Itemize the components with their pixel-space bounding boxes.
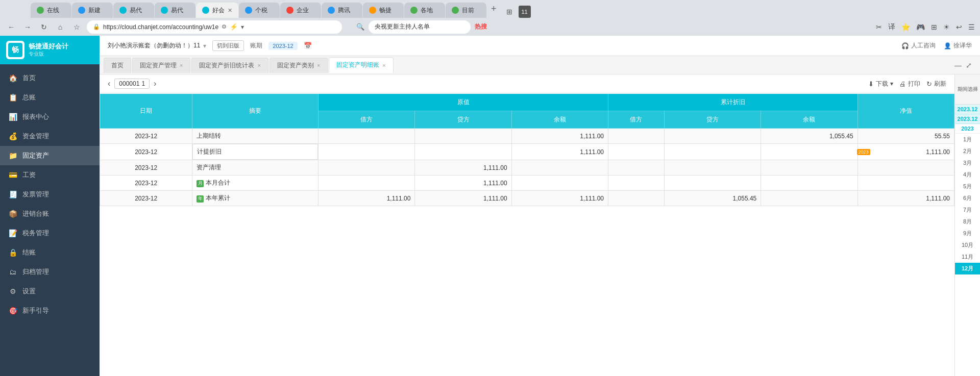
company-dropdown-icon[interactable]: ▾ [203,42,206,49]
url-bar[interactable]: 🔒 https://cloud.chanjet.com/accounting/u… [87,20,342,34]
back-button[interactable]: ← [5,21,17,33]
switch-version-button[interactable]: 切到旧版 [212,40,244,51]
sidebar-item-closing[interactable]: 🔒 结账 [0,243,100,262]
tab-home[interactable]: 首页 [104,58,131,73]
tab-fixed-mgmt-close[interactable]: × [180,62,183,68]
forward-button[interactable]: → [21,21,34,33]
cell-net-3 [857,160,954,176]
tab-icon-changjie [369,7,376,14]
help-label: 人工咨询 [911,41,936,50]
period-month-11[interactable]: 11月 [955,251,980,263]
period-month-9[interactable]: 9月 [955,228,980,239]
search-bar[interactable]: 央视更新主持人名单 [369,20,471,34]
tab-add-button[interactable]: + [487,4,501,14]
tab-detail-close[interactable]: × [382,62,385,68]
user-action[interactable]: 👤 徐译华 [944,41,972,50]
home-button[interactable]: ⌂ [54,21,66,33]
tab-detail-ledger[interactable]: 固定资产明细账 × [329,57,393,73]
prev-asset-button[interactable]: ‹ [108,79,110,88]
bookmark-button[interactable]: ☆ [70,21,83,33]
sidebar-label-archive: 归档管理 [22,267,49,277]
tab-label-muqian: 目前 [462,6,474,15]
url-lightning-icon[interactable]: ⚡ [230,23,238,31]
refresh-button[interactable]: ↻ [38,21,50,33]
sidebar-item-report[interactable]: 📊 报表中心 [0,107,100,127]
period-month-12[interactable]: 12月 [955,263,980,274]
undo-icon[interactable]: ↩ [956,23,962,31]
tab-category[interactable]: 固定资产类别 × [270,58,328,73]
sidebar-label-wage: 工资 [22,170,36,180]
brightness-icon[interactable]: ☀ [943,23,950,31]
download-dropdown-icon[interactable]: ▾ [890,80,893,87]
grid-icon[interactable]: ⊞ [931,23,937,31]
translate-icon[interactable]: 译 [888,22,895,32]
hot-search-label[interactable]: 热搜 [475,22,487,31]
period-month-1[interactable]: 1月 [955,134,980,145]
period-selector-header: 期间选择 [955,74,980,105]
fixed-asset-icon: 📁 [8,151,17,160]
gamepad-icon[interactable]: 🎮 [916,23,925,31]
tab-muqian[interactable]: 目前 [446,3,486,18]
th-original-value: 原值 [318,94,608,111]
period-month-6[interactable]: 6月 [955,192,980,204]
maximize-window-icon[interactable]: ⤢ [966,61,972,69]
ledger-table: 日期 摘要 原值 累计折旧 净值 借方 贷方 余额 借方 [100,93,954,206]
refresh-button[interactable]: ↻ 刷新 [926,80,946,88]
help-action[interactable]: 🎧 人工咨询 [901,41,936,50]
period-year-2023-12-bottom[interactable]: 2023.12 [955,114,980,124]
minimize-window-icon[interactable]: — [954,61,962,69]
tab-label-yidai1: 易代 [130,6,142,15]
tab-xinjian[interactable]: 新建 [72,3,113,18]
company-selector[interactable]: 刘小艳演示账套（勿删勿动！）11 ▾ [108,41,206,50]
sidebar-item-wage[interactable]: 💳 工资 [0,165,100,185]
tab-geshui[interactable]: 个税 [239,3,280,18]
scissors-icon[interactable]: ✂ [876,23,882,31]
tab-depreciation-close[interactable]: × [257,62,260,68]
tab-gedi[interactable]: 各地 [404,3,445,18]
sidebar-item-archive[interactable]: 🗂 归档管理 [0,262,100,282]
period-month-5[interactable]: 5月 [955,181,980,192]
sidebar-item-home[interactable]: 🏠 首页 [0,68,100,88]
menu-icon[interactable]: ☰ [968,23,975,31]
tab-fixed-mgmt[interactable]: 固定资产管理 × [132,58,190,73]
tab-depreciation[interactable]: 固定资产折旧统计表 × [191,58,268,73]
tab-depreciation-label: 固定资产折旧统计表 [199,61,254,70]
star-icon[interactable]: ⭐ [901,23,910,31]
tab-changjie[interactable]: 畅捷 [363,3,404,18]
sidebar-item-inventory[interactable]: 📦 进销台账 [0,204,100,223]
tab-zaixian[interactable]: 在线 [31,3,71,18]
tab-tengxun[interactable]: 腾讯 [322,3,362,18]
sidebar-item-guide[interactable]: 🎯 新手引导 [0,301,100,320]
sidebar-item-ledger[interactable]: 📋 总账 [0,88,100,107]
tab-close-haohui[interactable]: ✕ [228,7,232,14]
tab-yidai1[interactable]: 易代 [113,3,154,18]
download-button[interactable]: ⬇ 下载 ▾ [868,80,893,88]
home-icon: 🏠 [8,73,17,83]
url-dropdown-icon[interactable]: ▾ [241,23,244,31]
sidebar-item-fixed[interactable]: 📁 固定资产 [0,146,100,165]
sidebar-item-fund[interactable]: 💰 资金管理 [0,127,100,146]
period-year-2023-12-top[interactable]: 2023.12 [955,105,980,114]
calendar-icon[interactable]: 📅 [304,42,312,49]
period-month-3[interactable]: 3月 [955,157,980,169]
tab-category-close[interactable]: × [317,62,320,68]
sidebar-label-report: 报表中心 [22,112,49,121]
sidebar-item-settings[interactable]: ⚙ 设置 [0,282,100,301]
next-asset-button[interactable]: › [154,79,156,88]
sidebar-item-invoice[interactable]: 🧾 发票管理 [0,185,100,204]
sidebar-label-fund: 资金管理 [22,132,49,141]
cell-orig-debit-1 [318,129,415,144]
period-month-7[interactable]: 7月 [955,204,980,216]
period-month-10[interactable]: 10月 [955,239,980,251]
print-button[interactable]: 🖨 打印 [899,80,920,88]
sidebar-item-tax[interactable]: 📝 税务管理 [0,223,100,243]
new-tab-icon[interactable]: ⊞ [503,6,516,18]
period-month-2[interactable]: 2月 [955,145,980,157]
period-month-8[interactable]: 8月 [955,216,980,228]
tab-qiye[interactable]: 企业 [280,3,321,18]
url-settings-icon[interactable]: ⚙ [222,23,227,30]
tab-yidai2[interactable]: 易代 [155,3,195,18]
tab-haohui[interactable]: 好会 ✕ [196,3,238,18]
wage-icon: 💳 [8,170,17,180]
period-month-4[interactable]: 4月 [955,169,980,181]
